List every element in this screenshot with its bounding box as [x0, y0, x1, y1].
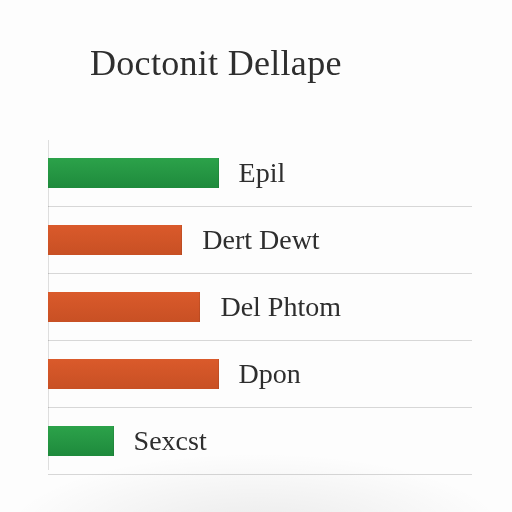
- category-label: Epil: [239, 157, 286, 189]
- chart-row: Dpon: [48, 340, 472, 407]
- chart-row: Sexcst: [48, 407, 472, 474]
- chart-row: Epil: [48, 140, 472, 206]
- category-label: Dpon: [239, 358, 301, 390]
- bar-segment: [48, 158, 219, 188]
- bar-segment: [48, 292, 200, 322]
- category-label: Dert Dewt: [202, 224, 319, 256]
- category-label: Del Phtom: [220, 291, 341, 323]
- bar-chart: Epil Dert Dewt Del Phtom Dpon Sexcst: [48, 140, 472, 470]
- chart-row: Dert Dewt: [48, 206, 472, 273]
- bar-segment: [48, 225, 182, 255]
- chart-baseline: [48, 474, 472, 475]
- category-label: Sexcst: [134, 425, 207, 457]
- chart-title: Doctonit Dellape: [90, 42, 342, 84]
- chart-row: Del Phtom: [48, 273, 472, 340]
- bar-segment: [48, 426, 114, 456]
- bar-segment: [48, 359, 219, 389]
